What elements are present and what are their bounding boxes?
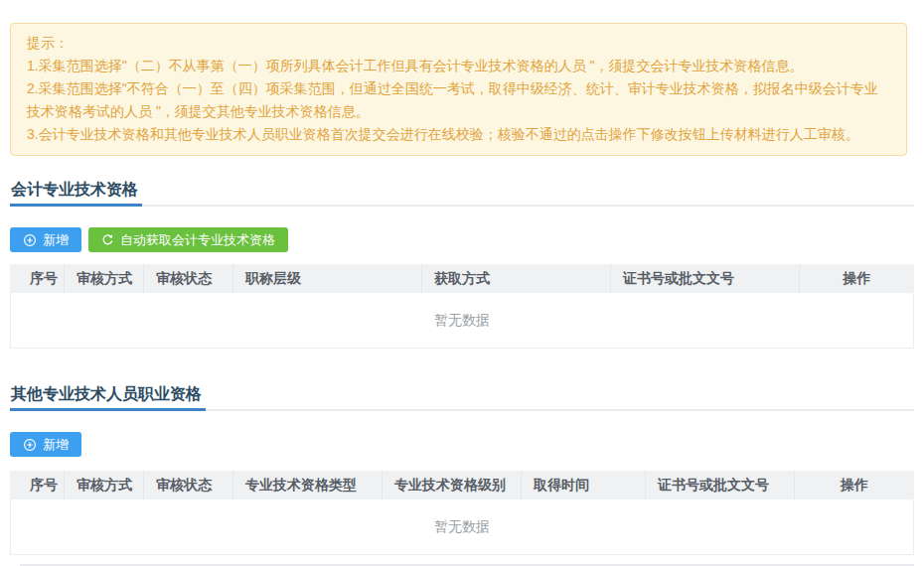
other-empty-text: 暂无数据 [434, 518, 490, 536]
accounting-add-button[interactable]: 新增 [10, 227, 81, 252]
other-col-actions: 操作 [795, 471, 914, 499]
other-toolbar: 新增 [10, 432, 914, 457]
other-col-seq: 序号 [10, 471, 65, 499]
accounting-table-header-row: 序号 审核方式 审核状态 职称层级 获取方式 证书号或批文文号 操作 [10, 264, 914, 293]
other-col-qualification-level: 专业技术资格级别 [383, 471, 522, 499]
accounting-table-empty-row: 暂无数据 [10, 293, 914, 349]
accounting-add-label: 新增 [43, 231, 69, 249]
other-table-header-row: 序号 审核方式 审核状态 专业技术资格类型 专业技术资格级别 取得时间 证书号或… [10, 471, 914, 499]
accounting-col-review-method: 审核方式 [65, 264, 144, 293]
other-add-button[interactable]: 新增 [10, 432, 81, 457]
plus-circle-icon [23, 438, 37, 452]
accounting-col-review-status: 审核状态 [144, 264, 233, 293]
other-table: 序号 审核方式 审核状态 专业技术资格类型 专业技术资格级别 取得时间 证书号或… [10, 471, 914, 555]
accounting-empty-text: 暂无数据 [434, 312, 490, 330]
accounting-col-obtain-method: 获取方式 [422, 264, 611, 293]
notice-title: 提示： [27, 32, 890, 55]
qualification-collection-page: 提示： 1.采集范围选择"（二）不从事第（一）项所列具体会计工作但具有会计专业技… [0, 23, 924, 566]
notice-line-2: 2.采集范围选择"不符合（一）至（四）项采集范围，但通过全国统一考试，取得中级经… [27, 77, 890, 123]
notice-line-1: 1.采集范围选择"（二）不从事第（一）项所列具体会计工作但具有会计专业技术资格的… [27, 55, 890, 77]
other-table-empty-row: 暂无数据 [10, 499, 914, 555]
other-col-review-status: 审核状态 [144, 471, 233, 499]
other-col-review-method: 审核方式 [65, 471, 144, 499]
accounting-auto-fetch-button[interactable]: 自动获取会计专业技术资格 [88, 227, 288, 252]
accounting-toolbar: 新增 自动获取会计专业技术资格 [10, 227, 914, 252]
notice-box: 提示： 1.采集范围选择"（二）不从事第（一）项所列具体会计工作但具有会计专业技… [10, 23, 907, 156]
section-other-title: 其他专业技术人员职业资格 [10, 385, 206, 411]
accounting-table: 序号 审核方式 审核状态 职称层级 获取方式 证书号或批文文号 操作 暂无数据 [10, 264, 914, 349]
plus-circle-icon [23, 233, 37, 247]
accounting-col-seq: 序号 [10, 264, 65, 293]
refresh-icon [101, 233, 114, 246]
accounting-col-actions: 操作 [800, 264, 914, 293]
section-other-header: 其他专业技术人员职业资格 [10, 385, 914, 411]
other-col-qualification-type: 专业技术资格类型 [233, 471, 383, 499]
notice-line-3: 3.会计专业技术资格和其他专业技术人员职业资格首次提交会进行在线校验；核验不通过… [27, 123, 890, 146]
other-col-certificate-no: 证书号或批文文号 [646, 471, 795, 499]
section-accounting-title: 会计专业技术资格 [10, 181, 142, 207]
accounting-auto-fetch-label: 自动获取会计专业技术资格 [120, 231, 275, 249]
other-col-obtain-time: 取得时间 [522, 471, 646, 499]
accounting-col-certificate-no: 证书号或批文文号 [611, 264, 800, 293]
accounting-col-title-level: 职称层级 [233, 264, 422, 293]
other-add-label: 新增 [43, 436, 69, 454]
section-accounting-header: 会计专业技术资格 [10, 181, 914, 207]
